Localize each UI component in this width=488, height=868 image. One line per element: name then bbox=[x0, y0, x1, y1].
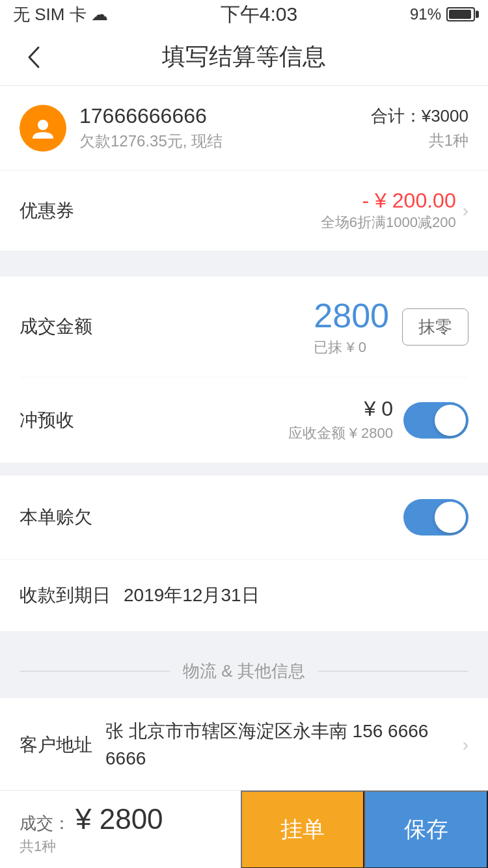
status-bar: 无 SIM 卡 ☁ 下午4:03 91% bbox=[0, 0, 488, 29]
battery-icon bbox=[446, 7, 475, 21]
address-value: 张 北京市市辖区海淀区永丰南 156 6666 6666 bbox=[105, 718, 463, 772]
status-time: 下午4:03 bbox=[221, 1, 297, 28]
footer-deal-label: 成交： bbox=[20, 812, 70, 835]
customer-sub: 欠款1276.35元, 现结 bbox=[79, 131, 223, 152]
sim-status: 无 SIM 卡 ☁ bbox=[13, 3, 108, 26]
logistics-sep: 物流 & 其他信息 bbox=[0, 644, 488, 698]
coupon-desc: 全场6折满1000减200 bbox=[321, 213, 456, 232]
toggle-knob bbox=[435, 405, 466, 436]
coupon-chevron: › bbox=[463, 200, 468, 221]
battery-percent: 91% bbox=[410, 5, 441, 23]
address-chevron: › bbox=[463, 735, 468, 755]
page-title: 填写结算等信息 bbox=[162, 41, 326, 73]
amount-section: 成交金额 2800 已抹 ¥ 0 抹零 冲预收 ¥ 0 应收金额 ¥ 2800 bbox=[0, 277, 488, 463]
customer-left: 17666666666 欠款1276.35元, 现结 bbox=[20, 104, 223, 152]
deal-amount-row: 成交金额 2800 已抹 ¥ 0 抹零 bbox=[20, 277, 468, 377]
debt-label: 本单赊欠 bbox=[20, 505, 92, 530]
nav-bar: 填写结算等信息 bbox=[0, 29, 488, 86]
section-divider-3 bbox=[0, 631, 488, 644]
svg-point-0 bbox=[38, 120, 48, 130]
coupon-amount: - ¥ 200.00 bbox=[321, 189, 456, 213]
customer-phone: 17666666666 bbox=[79, 104, 223, 128]
status-left: 无 SIM 卡 ☁ bbox=[13, 3, 108, 26]
duedate-value: 2019年12月31日 bbox=[124, 583, 260, 608]
section-divider-1 bbox=[0, 264, 488, 277]
prepay-row: 冲预收 ¥ 0 应收金额 ¥ 2800 bbox=[20, 377, 468, 463]
prepay-amount-wrap: ¥ 0 应收金额 ¥ 2800 bbox=[288, 397, 393, 443]
customer-info: 17666666666 欠款1276.35元, 现结 bbox=[79, 104, 223, 152]
total-count: 共1种 bbox=[371, 130, 468, 151]
customer-row: 17666666666 欠款1276.35元, 现结 合计：¥3000 共1种 bbox=[0, 86, 488, 170]
debt-toggle[interactable] bbox=[403, 499, 468, 536]
prepay-sub: 应收金额 ¥ 2800 bbox=[288, 424, 393, 443]
avatar bbox=[20, 105, 66, 152]
deal-amount-right: 2800 已抹 ¥ 0 抹零 bbox=[314, 296, 468, 357]
section-divider-2 bbox=[0, 463, 488, 476]
address-label: 客户地址 bbox=[20, 733, 92, 757]
total-label: 合计：¥3000 bbox=[371, 105, 468, 128]
sep-line-left bbox=[20, 671, 170, 671]
deal-amount-sub: 已抹 ¥ 0 bbox=[314, 338, 389, 357]
address-row[interactable]: 客户地址 张 北京市市辖区海淀区永丰南 156 6666 6666 › bbox=[0, 698, 488, 792]
customer-right: 合计：¥3000 共1种 bbox=[371, 105, 468, 151]
footer-info: 成交： ¥ 2800 共1种 bbox=[0, 803, 241, 856]
prepay-right: ¥ 0 应收金额 ¥ 2800 bbox=[288, 397, 468, 443]
footer: 成交： ¥ 2800 共1种 挂单 保存 bbox=[0, 790, 488, 868]
duedate-label: 收款到期日 bbox=[20, 583, 111, 608]
footer-count: 共1种 bbox=[20, 837, 221, 856]
coupon-row[interactable]: 优惠券 - ¥ 200.00 全场6折满1000减200 › bbox=[0, 170, 488, 251]
prepay-amount: ¥ 0 bbox=[288, 397, 393, 421]
prepay-label: 冲预收 bbox=[20, 408, 74, 433]
debt-toggle-knob bbox=[435, 502, 466, 533]
prepay-toggle[interactable] bbox=[403, 402, 468, 439]
footer-amount: ¥ 2800 bbox=[75, 803, 163, 835]
customer-card: 17666666666 欠款1276.35元, 现结 合计：¥3000 共1种 … bbox=[0, 86, 488, 251]
logistics-label: 物流 & 其他信息 bbox=[183, 660, 305, 683]
coupon-right: - ¥ 200.00 全场6折满1000减200 › bbox=[321, 189, 468, 232]
sep-line-right bbox=[318, 671, 468, 671]
back-button[interactable] bbox=[20, 43, 48, 72]
coupon-label: 优惠券 bbox=[20, 198, 74, 223]
debt-row: 本单赊欠 bbox=[0, 476, 488, 559]
save-button[interactable]: 保存 bbox=[364, 791, 488, 869]
deal-amount-value: 2800 bbox=[314, 296, 389, 335]
duedate-row: 收款到期日 2019年12月31日 bbox=[0, 559, 488, 631]
deal-amount-label: 成交金额 bbox=[20, 314, 92, 339]
round-button[interactable]: 抹零 bbox=[402, 308, 468, 346]
hang-button[interactable]: 挂单 bbox=[241, 791, 364, 869]
status-right: 91% bbox=[410, 5, 475, 23]
